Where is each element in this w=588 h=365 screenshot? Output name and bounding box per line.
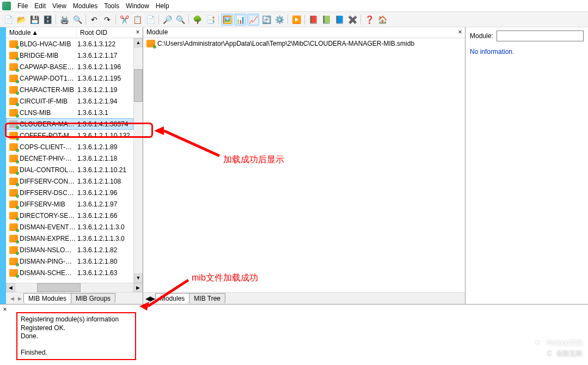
list-row[interactable]: DIFFSERV-MIB1.3.6.1.2.1.97 — [6, 198, 133, 210]
run-icon[interactable]: ▶️ — [290, 14, 302, 26]
list-row[interactable]: DIRECTORY-SE…1.3.6.1.2.1.66 — [6, 210, 133, 221]
toolbar: 📄 📂 💾 🗄️ 🖨️ 🔍 ↶ ↷ ✂️ 📋 📄 🔎 🔍 🌳 📑 🖼️ 📊 📈 … — [0, 12, 588, 27]
scroll-left-icon[interactable]: ◀ — [6, 283, 15, 292]
module-icon — [9, 63, 18, 71]
find-icon[interactable]: 🔎 — [161, 14, 173, 26]
menu-view[interactable]: View — [52, 2, 66, 10]
menu-window[interactable]: Window — [126, 2, 149, 10]
list-row[interactable]: COPS-CLIENT-…1.3.6.1.2.1.89 — [6, 141, 133, 153]
tab-prev-icon[interactable]: ◀ — [8, 294, 16, 303]
list-row[interactable]: DIAL-CONTROL…1.3.6.1.2.1.10.21 — [6, 164, 133, 175]
save-icon[interactable]: 💾 — [28, 14, 40, 26]
list-row[interactable]: DISMAN-SCHE…1.3.6.1.2.1.63 — [6, 267, 133, 278]
list-row[interactable]: COFFEE-POT-M…1.3.6.1.2.1.10.132 — [6, 130, 133, 141]
close-icon[interactable]: × — [456, 28, 464, 36]
module-oid: 1.3.6.1.2.1.19 — [77, 86, 133, 94]
log-line: Done. — [21, 332, 132, 341]
refresh-icon[interactable]: 🔄 — [260, 14, 272, 26]
scroll-thumb[interactable] — [134, 69, 143, 102]
tab-next-icon[interactable]: ▶ — [16, 294, 23, 303]
list-row[interactable]: DIFFSERV-CON…1.3.6.1.2.1.108 — [6, 175, 133, 187]
hscroll-thumb[interactable] — [37, 283, 81, 292]
menu-edit[interactable]: Edit — [34, 2, 46, 10]
copy-icon[interactable]: 📋 — [131, 14, 143, 26]
module-list[interactable]: BLDG-HVAC-MIB1.3.6.1.3.122BRIDGE-MIB1.3.… — [6, 38, 133, 283]
list-row[interactable]: DISMAN-NSLO…1.3.6.1.2.1.82 — [6, 244, 133, 256]
scroll-right-icon[interactable]: ▶ — [133, 283, 143, 292]
column-module[interactable]: Module ▲ — [6, 27, 77, 38]
app-icon — [2, 2, 11, 10]
list-row[interactable]: CLOUDERA-MA…1.3.6.1.4.1.38374 — [6, 118, 133, 130]
watermark: ✦Hadoop实操 C创新互联 — [531, 337, 583, 358]
settings-icon[interactable]: ⚙️ — [273, 14, 285, 26]
tree-icon[interactable]: 🌳 — [191, 14, 203, 26]
scroll-up-icon[interactable]: ▲ — [134, 38, 143, 47]
list-row[interactable]: CAPWAP-DOT1…1.3.6.1.2.1.195 — [6, 72, 133, 84]
vertical-scrollbar[interactable]: ▲ ▼ — [133, 38, 143, 283]
paste-icon[interactable]: 📄 — [144, 14, 156, 26]
view3-icon[interactable]: 📈 — [247, 14, 259, 26]
cut-icon[interactable]: ✂️ — [118, 14, 130, 26]
list-row[interactable]: BLDG-HVAC-MIB1.3.6.1.3.122 — [6, 38, 133, 50]
module-name: CIRCUIT-IF-MIB — [20, 98, 77, 105]
tab-mib-groups[interactable]: MIB Groups — [71, 293, 115, 303]
module-icon — [9, 155, 18, 162]
tab-next-icon[interactable]: ▶ — [150, 295, 155, 302]
new-icon[interactable]: 📄 — [2, 14, 14, 26]
list-header: Module ▲ Root OID — [6, 27, 143, 38]
module-icon — [9, 143, 18, 151]
menu-modules[interactable]: Modules — [73, 2, 97, 10]
module-name: DISMAN-SCHE… — [20, 269, 77, 277]
find-next-icon[interactable]: 🔍 — [174, 14, 186, 26]
books-green-icon[interactable]: 📗 — [320, 14, 332, 26]
list-row[interactable]: DISMAN-EXPRE…1.3.6.1.2.1.1.3.0 — [6, 233, 133, 244]
module-path-row[interactable]: C:\Users\Administrator\AppData\Local\Tem… — [143, 38, 465, 49]
menu-file[interactable]: File — [17, 2, 28, 10]
list-row[interactable]: DISMAN-EVENT…1.3.6.1.2.1.1.3.0 — [6, 221, 133, 233]
help-icon[interactable]: ❓ — [363, 14, 375, 26]
list-row[interactable]: DIFFSERV-DSCP…1.3.6.1.2.1.96 — [6, 187, 133, 198]
preview-icon[interactable]: 🔍 — [71, 14, 83, 26]
view1-icon[interactable]: 🖼️ — [221, 14, 233, 26]
list-row[interactable]: CHARACTER-MIB1.3.6.1.2.1.19 — [6, 84, 133, 95]
menu-tools[interactable]: Tools — [104, 2, 119, 10]
horizontal-scrollbar[interactable]: ◀ ▶ — [6, 283, 143, 292]
module-icon — [9, 109, 18, 117]
list-row[interactable]: DISMAN-PING-…1.3.6.1.2.1.80 — [6, 256, 133, 267]
list-row[interactable]: DECNET-PHIV-…1.3.6.1.2.1.18 — [6, 153, 133, 164]
list-row[interactable]: CIRCUIT-IF-MIB1.3.6.1.2.1.94 — [6, 95, 133, 107]
log-panel: × Registering module(s) information Regi… — [0, 304, 588, 365]
menu-help[interactable]: Help — [156, 2, 169, 10]
module-list-panel: × Module ▲ Root OID BLDG-HVAC-MIB1.3.6.1… — [6, 27, 143, 304]
print-icon[interactable]: 🖨️ — [58, 14, 70, 26]
open-icon[interactable]: 📂 — [15, 14, 27, 26]
module-icon — [9, 258, 18, 265]
redo-icon[interactable]: ↷ — [101, 14, 113, 26]
tab-prev-icon[interactable]: ◀ — [145, 295, 150, 302]
close-icon[interactable]: × — [1, 306, 9, 313]
books-blue-icon[interactable]: 📘 — [333, 14, 345, 26]
tab-modules[interactable]: Modules — [155, 293, 189, 303]
save-all-icon[interactable]: 🗄️ — [41, 14, 53, 26]
module-field-input[interactable] — [497, 31, 584, 41]
scroll-down-icon[interactable]: ▼ — [134, 273, 143, 283]
close-icon[interactable]: × — [134, 28, 142, 36]
home-icon[interactable]: 🏠 — [376, 14, 388, 26]
undo-icon[interactable]: ↶ — [88, 14, 100, 26]
tab-mib-tree[interactable]: MIB Tree — [189, 293, 225, 303]
list-row[interactable]: CAPWAP-BASE…1.3.6.1.2.1.196 — [6, 61, 133, 72]
module-path: C:\Users\Administrator\AppData\Local\Tem… — [157, 40, 414, 47]
list-icon[interactable]: 📑 — [204, 14, 216, 26]
view2-icon[interactable]: 📊 — [234, 14, 246, 26]
module-oid: 1.3.6.1.2.1.196 — [77, 63, 133, 71]
module-oid: 1.3.6.1.4.1.38374 — [77, 120, 133, 128]
log-line: Finished. — [21, 349, 132, 357]
column-root-oid[interactable]: Root OID — [77, 27, 143, 38]
tab-mib-modules[interactable]: MIB Modules — [23, 293, 71, 303]
books-red-icon[interactable]: 📕 — [307, 14, 319, 26]
module-field-label: Module: — [470, 32, 493, 40]
module-oid: 1.3.6.1.2.1.96 — [77, 189, 133, 197]
list-row[interactable]: BRIDGE-MIB1.3.6.1.2.1.17 — [6, 50, 133, 61]
list-row[interactable]: CLNS-MIB1.3.6.1.3.1 — [6, 107, 133, 118]
delete-icon[interactable]: ✖️ — [346, 14, 358, 26]
